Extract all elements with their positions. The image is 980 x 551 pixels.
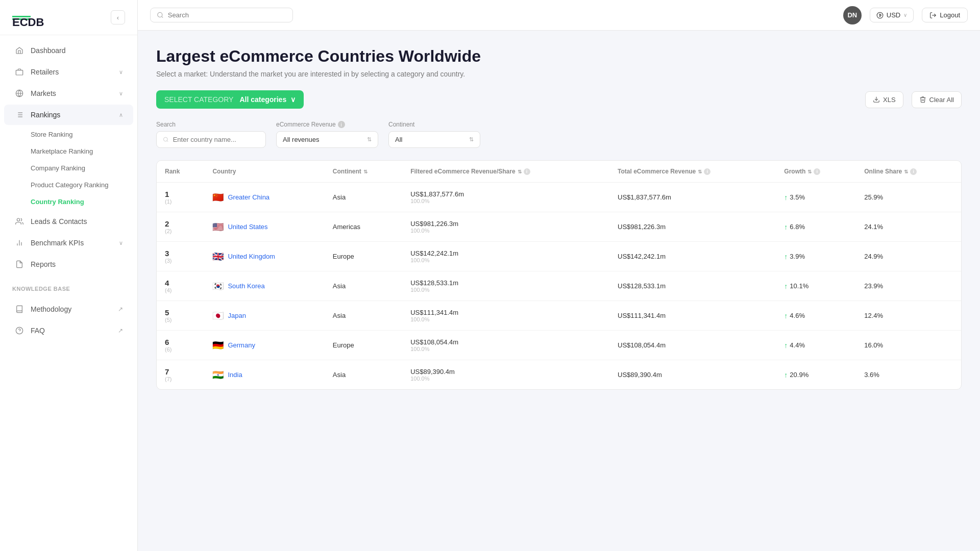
- col-growth: Growth ⇅ i: [776, 161, 856, 183]
- clear-all-button[interactable]: Clear All: [912, 91, 962, 108]
- sidebar-item-retailers[interactable]: Retailers ∨: [4, 62, 133, 82]
- filtered-revenue-main: US$111,341.4m: [410, 309, 601, 316]
- sidebar-item-company-ranking[interactable]: Company Ranking: [26, 160, 137, 176]
- sidebar-item-faq[interactable]: FAQ ↗: [4, 320, 133, 341]
- filter-continent-select[interactable]: All ⇅: [388, 131, 480, 148]
- rank-number: 5: [165, 308, 196, 317]
- country-flag: 🇰🇷: [212, 281, 224, 292]
- users-icon: [14, 216, 24, 227]
- sidebar-item-leads-contacts[interactable]: Leads & Contacts: [4, 211, 133, 232]
- sidebar-item-reports-label: Reports: [31, 260, 123, 268]
- filtered-revenue-col-sort-icon[interactable]: ⇅: [518, 169, 522, 174]
- country-cell: 🇨🇳 Greater China: [204, 183, 324, 212]
- knowledge-base-section: Methodology ↗ FAQ ↗: [0, 294, 137, 346]
- download-icon: [873, 96, 880, 103]
- growth-col-sort-icon[interactable]: ⇅: [807, 169, 812, 174]
- retailers-chevron-icon: ∨: [119, 69, 123, 76]
- sidebar-item-marketplace-ranking[interactable]: Marketplace Ranking: [26, 143, 137, 159]
- book-icon: [14, 304, 24, 314]
- total-revenue-cell: US$142,242.1m: [609, 242, 776, 271]
- col-total-revenue: Total eCommerce Revenue ⇅ i: [609, 161, 776, 183]
- growth-arrow-icon: ↑: [784, 341, 788, 349]
- globe-icon: [14, 88, 24, 98]
- currency-chevron-icon: ∨: [903, 12, 907, 18]
- filtered-revenue-share: 100.0%: [410, 316, 601, 322]
- toolbar-actions: XLS Clear All: [865, 91, 962, 108]
- country-link[interactable]: India: [228, 371, 242, 379]
- filter-search-input[interactable]: [173, 136, 259, 143]
- growth-value: 4.4%: [790, 341, 805, 349]
- sidebar-item-methodology-label: Methodology: [31, 305, 118, 313]
- country-link[interactable]: Germany: [228, 341, 255, 349]
- logout-button[interactable]: Logout: [922, 8, 968, 22]
- growth-arrow-icon: ↑: [784, 312, 788, 320]
- online-share-col-sort-icon[interactable]: ⇅: [904, 169, 908, 174]
- growth-col-info-icon[interactable]: i: [814, 168, 820, 175]
- country-flag: 🇯🇵: [212, 310, 224, 321]
- clear-all-label: Clear All: [929, 96, 954, 104]
- continent-sort-icon: ⇅: [469, 136, 474, 143]
- col-continent: Continent ⇅: [325, 161, 402, 183]
- sidebar-item-methodology[interactable]: Methodology ↗: [4, 299, 133, 319]
- country-link[interactable]: United Kingdom: [228, 253, 275, 260]
- sidebar-item-store-ranking[interactable]: Store Ranking: [26, 127, 137, 142]
- total-revenue-col-info-icon[interactable]: i: [704, 168, 710, 175]
- growth-arrow-icon: ↑: [784, 253, 788, 261]
- sidebar-item-dashboard[interactable]: Dashboard: [4, 40, 133, 61]
- filtered-revenue-col-info-icon[interactable]: i: [524, 168, 530, 175]
- table-row: 5 (5) 🇯🇵 Japan Asia US$111,341.4m 100.0%…: [157, 301, 961, 331]
- rank-number: 1: [165, 190, 196, 198]
- continent-col-sort-icon[interactable]: ⇅: [363, 169, 368, 174]
- filter-search-icon: [163, 136, 169, 143]
- sidebar-item-product-category-ranking[interactable]: Product Category Ranking: [26, 177, 137, 193]
- growth-value: 4.6%: [790, 312, 805, 319]
- filtered-revenue-main: US$108,054.4m: [410, 338, 601, 346]
- country-flag: 🇬🇧: [212, 251, 224, 262]
- sidebar-item-markets[interactable]: Markets ∨: [4, 83, 133, 104]
- xls-button[interactable]: XLS: [865, 91, 903, 108]
- growth-cell: ↑ 4.6%: [776, 301, 856, 331]
- country-link[interactable]: Japan: [228, 312, 246, 319]
- growth-value: 3.5%: [790, 193, 805, 201]
- growth-arrow-icon: ↑: [784, 282, 788, 290]
- total-revenue-col-sort-icon[interactable]: ⇅: [698, 169, 702, 174]
- logout-icon: [929, 12, 937, 19]
- online-share-col-info-icon[interactable]: i: [910, 168, 917, 175]
- sidebar-item-benchmark-kpis[interactable]: Benchmark KPIs ∨: [4, 233, 133, 253]
- currency-button[interactable]: USD ∨: [870, 8, 914, 22]
- filtered-revenue-main: US$1,837,577.6m: [410, 190, 601, 198]
- continent-cell: Asia: [325, 301, 402, 331]
- avatar[interactable]: DN: [843, 6, 862, 24]
- country-cell: 🇯🇵 Japan: [204, 301, 324, 331]
- rank-number: 3: [165, 249, 196, 258]
- sidebar-item-rankings[interactable]: Rankings ∧: [4, 105, 133, 125]
- select-category-button[interactable]: SELECT CATEGORY All categories ∨: [156, 90, 304, 109]
- online-share-cell: 24.9%: [856, 242, 961, 271]
- country-link[interactable]: South Korea: [228, 282, 264, 290]
- growth-value: 6.8%: [790, 223, 805, 231]
- revenue-info-icon[interactable]: i: [338, 121, 345, 128]
- search-input[interactable]: [168, 11, 286, 19]
- svg-point-8: [17, 218, 19, 221]
- filtered-revenue-share: 100.0%: [410, 346, 601, 352]
- total-revenue-main: US$1,837,577.6m: [618, 193, 768, 201]
- total-revenue-main: US$108,054.4m: [618, 341, 768, 349]
- country-link[interactable]: Greater China: [228, 193, 270, 201]
- dollar-icon: [876, 12, 884, 19]
- filter-revenue-select[interactable]: All revenues ⇅: [276, 131, 378, 148]
- global-search-box[interactable]: [150, 8, 293, 22]
- sidebar-item-country-ranking[interactable]: Country Ranking: [26, 194, 137, 210]
- table-row: 1 (1) 🇨🇳 Greater China Asia US$1,837,577…: [157, 183, 961, 212]
- filtered-revenue-main: US$89,390.4m: [410, 368, 601, 375]
- country-link[interactable]: United States: [228, 223, 267, 231]
- filter-search-input-wrap[interactable]: [156, 131, 266, 148]
- sidebar-item-reports[interactable]: Reports: [4, 254, 133, 274]
- filtered-revenue-cell: US$1,837,577.6m 100.0%: [402, 183, 609, 212]
- sidebar-collapse-button[interactable]: ‹: [111, 10, 125, 24]
- online-share-cell: 23.9%: [856, 271, 961, 301]
- table-row: 2 (2) 🇺🇸 United States Americas US$981,2…: [157, 212, 961, 242]
- col-country: Country: [204, 161, 324, 183]
- filtered-revenue-share: 100.0%: [410, 228, 601, 234]
- growth-arrow-icon: ↑: [784, 223, 788, 231]
- filtered-revenue-share: 100.0%: [410, 287, 601, 293]
